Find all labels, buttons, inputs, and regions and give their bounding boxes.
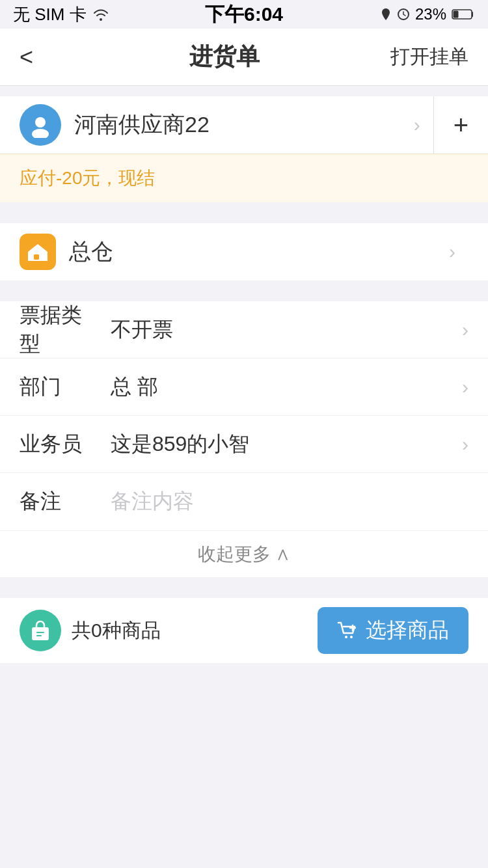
- remark-row[interactable]: 备注 备注内容: [0, 473, 488, 530]
- invoice-type-chevron-icon: ›: [462, 319, 468, 341]
- department-value: 总 部: [98, 373, 462, 401]
- divider-1: [0, 86, 488, 96]
- warehouse-icon-bg: [20, 234, 56, 270]
- battery-icon: [452, 8, 475, 20]
- status-bar-left: 无 SIM 卡: [13, 3, 110, 26]
- open-pending-button[interactable]: 打开挂单: [390, 44, 468, 70]
- remark-label: 备注: [20, 487, 98, 516]
- supplier-name: 河南供应商22: [74, 110, 401, 140]
- status-bar-right: 23%: [380, 5, 475, 23]
- select-product-icon: [337, 621, 358, 640]
- supplier-notice: 应付-20元，现结: [0, 154, 488, 202]
- warehouse-section[interactable]: 总仓 ›: [0, 223, 488, 280]
- salesperson-chevron-icon: ›: [462, 433, 468, 455]
- location-icon: [380, 7, 392, 21]
- back-button[interactable]: <: [20, 44, 59, 71]
- supplier-chevron-icon: ›: [414, 114, 420, 136]
- department-chevron-icon: ›: [462, 376, 468, 398]
- svg-point-4: [32, 129, 49, 138]
- department-label: 部门: [20, 373, 98, 401]
- divider-4: [0, 577, 488, 588]
- battery-label: 23%: [415, 5, 446, 23]
- carrier-label: 无 SIM 卡: [13, 3, 87, 26]
- warehouse-icon: [26, 240, 49, 264]
- product-icon-bg: [20, 610, 61, 651]
- svg-point-7: [345, 636, 347, 638]
- collapse-label: 收起更多 ∧: [198, 542, 291, 567]
- salesperson-label: 业务员: [20, 430, 98, 459]
- supplier-section: 河南供应商22 › +: [0, 96, 488, 154]
- shopping-bag-icon: [28, 618, 53, 643]
- product-count-label: 共0种商品: [72, 617, 161, 644]
- svg-point-3: [35, 117, 46, 128]
- salesperson-row[interactable]: 业务员 这是859的小智 ›: [0, 416, 488, 473]
- svg-rect-5: [34, 254, 39, 260]
- cart-add-icon: [337, 621, 358, 640]
- supplier-row[interactable]: 河南供应商22 ›: [20, 96, 434, 154]
- bottom-bar: 共0种商品 选择商品: [0, 598, 488, 663]
- supplier-avatar: [20, 104, 61, 146]
- department-row[interactable]: 部门 总 部 ›: [0, 359, 488, 416]
- page-title: 进货单: [59, 41, 390, 73]
- form-section: 票据类型 不开票 › 部门 总 部 › 业务员 这是859的小智 › 备注 备注…: [0, 301, 488, 530]
- svg-point-8: [350, 636, 353, 638]
- add-supplier-button[interactable]: +: [434, 96, 468, 154]
- invoice-type-value: 不开票: [98, 316, 462, 344]
- status-bar-time: 下午6:04: [205, 1, 283, 28]
- status-bar: 无 SIM 卡 下午6:04 23%: [0, 0, 488, 29]
- nav-bar: < 进货单 打开挂单: [0, 29, 488, 86]
- content-area: [0, 663, 488, 858]
- select-product-label: 选择商品: [366, 616, 449, 645]
- remark-value: 备注内容: [98, 487, 468, 516]
- product-count-area: 共0种商品: [20, 610, 161, 651]
- warehouse-chevron-icon: ›: [449, 241, 455, 263]
- warehouse-name: 总仓: [69, 237, 436, 267]
- collapse-row[interactable]: 收起更多 ∧: [0, 530, 488, 577]
- divider-3: [0, 280, 488, 291]
- invoice-type-label: 票据类型: [20, 301, 98, 359]
- svg-rect-6: [32, 627, 49, 640]
- svg-rect-2: [454, 11, 459, 18]
- salesperson-value: 这是859的小智: [98, 430, 462, 459]
- divider-2: [0, 202, 488, 213]
- clock-icon: [397, 8, 410, 21]
- user-icon: [27, 112, 53, 138]
- invoice-type-row[interactable]: 票据类型 不开票 ›: [0, 301, 488, 359]
- select-product-button[interactable]: 选择商品: [318, 607, 468, 654]
- wifi-icon: [92, 8, 110, 21]
